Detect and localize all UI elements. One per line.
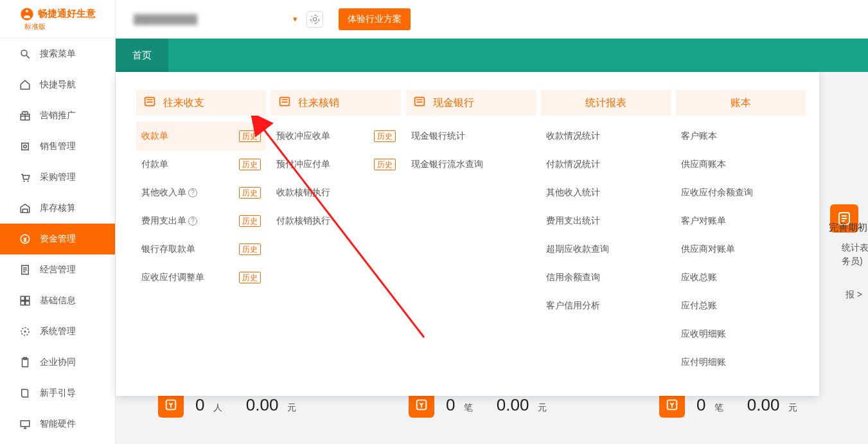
clipboard-icon bbox=[19, 357, 31, 368]
flyout-item[interactable]: 费用支出统计 bbox=[541, 207, 671, 235]
sidebar-item-money[interactable]: 资金管理 bbox=[0, 224, 115, 254]
flyout-item[interactable]: 付款情况统计 bbox=[541, 150, 671, 179]
sidebar-item-warehouse[interactable]: 库存核算 bbox=[0, 193, 115, 224]
stat-card: 0笔 0.00元 bbox=[409, 392, 547, 418]
product-edition: 标准版 bbox=[24, 22, 46, 31]
flyout-item-label: 费用支出统计 bbox=[546, 215, 600, 227]
flyout-item[interactable]: 付款单历史 bbox=[136, 150, 266, 179]
flyout-column-title: 往来收支 bbox=[163, 96, 204, 110]
svg-rect-9 bbox=[21, 296, 24, 300]
history-badge[interactable]: 历史 bbox=[239, 159, 261, 170]
stat-icon bbox=[409, 392, 434, 418]
doc-icon bbox=[143, 94, 157, 111]
flyout-column: 往来核销预收冲应收单历史预付冲应付单历史收款核销执行付款核销执行 bbox=[271, 90, 401, 383]
flyout-column-title: 现金银行 bbox=[433, 96, 474, 110]
chevron-down-icon[interactable]: ▾ bbox=[293, 14, 297, 24]
sidebar-item-label: 系统管理 bbox=[40, 326, 76, 337]
flyout-item-label: 银行存取款单 bbox=[141, 244, 195, 255]
flyout-column-header: 往来收支 bbox=[136, 90, 266, 116]
flyout-item[interactable]: 应收总账 bbox=[676, 263, 806, 292]
history-badge[interactable]: 历史 bbox=[239, 272, 261, 283]
stat-card: 0笔 0.00元 bbox=[659, 392, 797, 418]
stat-values: 0人 0.00元 bbox=[195, 395, 296, 415]
grid-icon bbox=[19, 295, 31, 306]
flyout-item[interactable]: 其他收入统计 bbox=[541, 179, 671, 207]
sidebar-item-label: 基础信息 bbox=[40, 295, 76, 306]
flyout-item[interactable]: 供应商对账单 bbox=[676, 235, 806, 263]
sidebar-item-gift[interactable]: 营销推广 bbox=[0, 100, 115, 131]
sidebar-item-label: 新手引导 bbox=[40, 387, 76, 399]
sidebar-item-book[interactable]: 新手引导 bbox=[0, 378, 115, 409]
help-icon[interactable]: ? bbox=[188, 217, 197, 226]
flyout-item[interactable]: 超期应收款查询 bbox=[541, 235, 671, 263]
flyout-item[interactable]: 应收应付余额查询 bbox=[676, 179, 806, 207]
history-badge[interactable]: 历史 bbox=[374, 159, 396, 170]
flyout-item-label: 现金银行流水查询 bbox=[411, 159, 483, 170]
peek-link-2[interactable]: 报 > bbox=[846, 289, 862, 301]
search-icon bbox=[19, 48, 31, 60]
stat-values: 0笔 0.00元 bbox=[446, 395, 547, 415]
history-badge[interactable]: 历史 bbox=[239, 215, 261, 227]
sidebar-item-cart[interactable]: 采购管理 bbox=[0, 162, 115, 193]
sidebar-item-clipboard[interactable]: 企业协同 bbox=[0, 347, 115, 378]
sidebar-item-home[interactable]: 快捷导航 bbox=[0, 69, 115, 100]
book-icon bbox=[19, 387, 31, 399]
cart-icon bbox=[19, 172, 31, 183]
history-badge[interactable]: 历史 bbox=[239, 244, 261, 255]
settings-gear-icon[interactable] bbox=[306, 11, 323, 28]
doc-icon bbox=[278, 94, 292, 111]
sidebar-item-label: 库存核算 bbox=[40, 202, 76, 214]
flyout-item[interactable]: 供应商账本 bbox=[676, 150, 806, 179]
flyout-item[interactable]: 应收应付调整单历史 bbox=[136, 263, 266, 292]
flyout-item[interactable]: 应付明细账 bbox=[676, 348, 806, 377]
flyout-item[interactable]: 收款单历史 bbox=[136, 122, 266, 150]
tab-home[interactable]: 首页 bbox=[116, 39, 168, 72]
sidebar-item-search[interactable]: 搜索菜单 bbox=[0, 39, 115, 69]
flyout-item[interactable]: 付款核销执行 bbox=[271, 207, 401, 235]
cta-button[interactable]: 体验行业方案 bbox=[339, 8, 411, 30]
flyout-item[interactable]: 收款核销执行 bbox=[271, 179, 401, 207]
flyout-item-label: 付款核销执行 bbox=[276, 215, 330, 227]
peek-hint: 完善期初 bbox=[829, 222, 867, 234]
sidebar-item-gear-dash[interactable]: 系统管理 bbox=[0, 316, 115, 347]
flyout-item[interactable]: 客户对账单 bbox=[676, 207, 806, 235]
sidebar-item-chip[interactable]: 销售管理 bbox=[0, 131, 115, 162]
org-switcher[interactable]: ██████████ bbox=[134, 14, 281, 24]
flyout-item-label: 供应商账本 bbox=[681, 159, 726, 170]
flyout-item[interactable]: 应收明细账 bbox=[676, 320, 806, 348]
history-badge[interactable]: 历史 bbox=[374, 130, 396, 142]
flyout-item[interactable]: 客户信用分析 bbox=[541, 292, 671, 320]
flyout-item-label: 超期应收款查询 bbox=[546, 244, 609, 255]
sidebar-item-tv[interactable]: 智能硬件 bbox=[0, 409, 115, 440]
flyout-item[interactable]: 现金银行统计 bbox=[406, 122, 536, 150]
flyout-item-label: 客户账本 bbox=[681, 130, 717, 142]
flyout-item-label: 付款单 bbox=[141, 159, 168, 170]
flyout-item[interactable]: 预收冲应收单历史 bbox=[271, 122, 401, 150]
history-badge[interactable]: 历史 bbox=[239, 130, 261, 142]
flyout-item[interactable]: 收款情况统计 bbox=[541, 122, 671, 150]
flyout-column: 现金银行现金银行统计现金银行流水查询 bbox=[406, 90, 536, 383]
flyout-item[interactable]: 费用支出单?历史 bbox=[136, 207, 266, 235]
product-logo-icon bbox=[20, 7, 34, 21]
peek-link-1[interactable]: 统计表务员) bbox=[842, 241, 868, 268]
flyout-item[interactable]: 信用余额查询 bbox=[541, 263, 671, 292]
funds-flyout-menu: 往来收支收款单历史付款单历史其他收入单?历史费用支出单?历史银行存取款单历史应收… bbox=[116, 72, 819, 396]
help-icon[interactable]: ? bbox=[188, 188, 197, 197]
sidebar-item-label: 企业协同 bbox=[40, 357, 76, 368]
history-badge[interactable]: 历史 bbox=[239, 187, 261, 199]
sidebar-item-doc[interactable]: 经营管理 bbox=[0, 254, 115, 285]
sidebar-item-label: 营销推广 bbox=[40, 110, 76, 121]
gift-icon bbox=[19, 110, 31, 121]
flyout-item[interactable]: 其他收入单?历史 bbox=[136, 179, 266, 207]
flyout-item-label: 预付冲应付单 bbox=[276, 159, 330, 170]
flyout-item-label: 收款情况统计 bbox=[546, 130, 600, 142]
flyout-item[interactable]: 客户账本 bbox=[676, 122, 806, 150]
flyout-item[interactable]: 现金银行流水查询 bbox=[406, 150, 536, 179]
sidebar-item-label: 搜索菜单 bbox=[40, 48, 76, 60]
flyout-item[interactable]: 银行存取款单历史 bbox=[136, 235, 266, 263]
sidebar-item-grid[interactable]: 基础信息 bbox=[0, 285, 115, 316]
flyout-item[interactable]: 应付总账 bbox=[676, 292, 806, 320]
home-icon bbox=[19, 79, 31, 91]
flyout-item[interactable]: 预付冲应付单历史 bbox=[271, 150, 401, 179]
flyout-item-label: 客户对账单 bbox=[681, 215, 726, 227]
